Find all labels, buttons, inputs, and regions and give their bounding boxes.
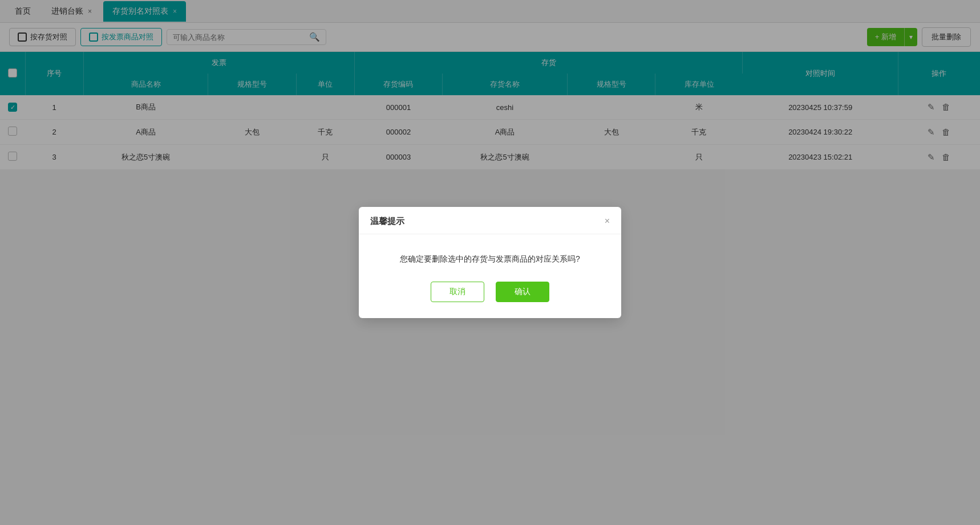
dialog-header: 温馨提示 × — [359, 207, 621, 234]
dialog-close-btn[interactable]: × — [605, 217, 610, 226]
dialog-title: 温馨提示 — [370, 216, 404, 227]
dialog-cancel-btn[interactable]: 取消 — [431, 282, 484, 302]
dialog-message: 您确定要删除选中的存货与发票商品的对应关系吗? — [400, 254, 580, 263]
confirm-dialog: 温馨提示 × 您确定要删除选中的存货与发票商品的对应关系吗? 取消 确认 — [359, 207, 621, 319]
dialog-body: 您确定要删除选中的存货与发票商品的对应关系吗? — [359, 234, 621, 282]
dialog-footer: 取消 确认 — [359, 282, 621, 318]
dialog-confirm-btn[interactable]: 确认 — [496, 282, 549, 302]
confirm-overlay: 温馨提示 × 您确定要删除选中的存货与发票商品的对应关系吗? 取消 确认 — [0, 0, 980, 525]
